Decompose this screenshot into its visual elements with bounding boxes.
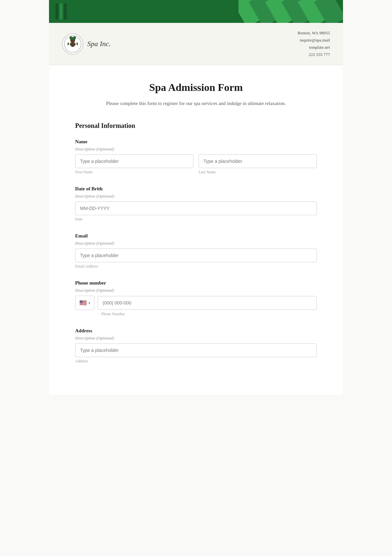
- country-select[interactable]: 🇺🇸 ▾: [75, 296, 94, 310]
- field-group-dob: Date of Brith Description (Optional) Dat…: [75, 186, 317, 222]
- contact-info: Renton, WA 98055 inquire@spa.mail templa…: [298, 29, 330, 58]
- phone-description: Description (Optional): [75, 288, 317, 293]
- address-description: Description (Optional): [75, 336, 317, 341]
- name-input-row: First Name Last Name: [75, 154, 317, 175]
- dob-label: Date of Brith: [75, 186, 317, 192]
- field-group-address: Address Description (Optional) Address: [75, 328, 317, 364]
- name-label: Name: [75, 139, 317, 145]
- last-name-input[interactable]: [199, 154, 317, 168]
- phone-row: 🇺🇸 ▾: [75, 296, 317, 310]
- field-group-name: Name Description (Optional) First Name L…: [75, 139, 317, 175]
- flag-icon: 🇺🇸: [79, 299, 87, 306]
- address-input[interactable]: [75, 343, 317, 357]
- logo-svg: [64, 35, 82, 53]
- logo-name: Spa Inc.: [87, 40, 111, 48]
- first-name-input[interactable]: [75, 154, 193, 168]
- last-name-sublabel: Last Name: [199, 170, 317, 175]
- contact-address: Renton, WA 98055: [298, 29, 330, 37]
- form-subtitle: Please complete this form to register fo…: [75, 99, 317, 107]
- phone-label: Phone number: [75, 280, 317, 286]
- field-group-phone: Phone number Description (Optional) 🇺🇸 ▾…: [75, 280, 317, 317]
- email-description: Description (Optional): [75, 241, 317, 246]
- banner-diagonal: [238, 0, 343, 23]
- field-group-email: Email Description (Optional) Email Addre…: [75, 233, 317, 269]
- stripe-2: [60, 3, 62, 20]
- stripe-1: [56, 3, 58, 20]
- last-name-col: Last Name: [199, 154, 317, 175]
- logo-area: Spa Inc.: [62, 33, 111, 55]
- email-sublabel: Email Address: [75, 264, 317, 269]
- first-name-sublabel: First Name: [75, 170, 193, 175]
- contact-website: template.net: [298, 44, 330, 51]
- sub-header: Spa Inc. Renton, WA 98055 inquire@spa.ma…: [49, 23, 343, 65]
- phone-input[interactable]: [98, 296, 317, 310]
- dob-description: Description (Optional): [75, 194, 317, 199]
- section-personal-title: Personal Information: [75, 122, 317, 131]
- name-description: Description (Optional): [75, 147, 317, 152]
- email-input[interactable]: [75, 249, 317, 262]
- dob-input[interactable]: [75, 201, 317, 215]
- phone-sublabel: Phone Number: [101, 312, 317, 317]
- main-content: Spa Admission Form Please complete this …: [49, 65, 343, 395]
- first-name-col: First Name: [75, 154, 193, 175]
- banner-stripes: [49, 3, 67, 20]
- address-label: Address: [75, 328, 317, 334]
- address-sublabel: Address: [75, 359, 317, 364]
- form-title: Spa Admission Form: [75, 81, 317, 94]
- stripe-3: [64, 3, 67, 20]
- logo-icon: [62, 33, 83, 55]
- contact-email: inquire@spa.mail: [298, 37, 330, 44]
- contact-phone: 222 555 777: [298, 51, 330, 58]
- email-label: Email: [75, 233, 317, 239]
- chevron-down-icon: ▾: [89, 301, 90, 305]
- header-banner: [49, 0, 343, 23]
- dob-sublabel: Date: [75, 217, 317, 222]
